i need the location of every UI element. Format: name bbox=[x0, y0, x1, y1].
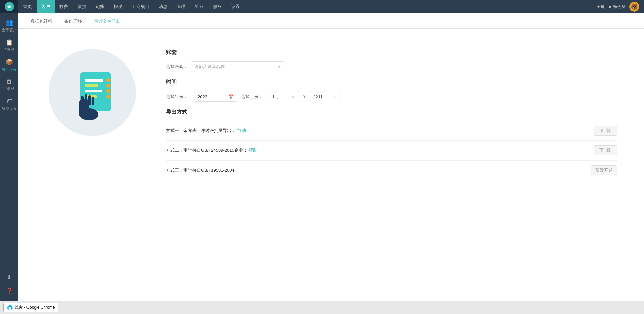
tab-audit-export[interactable]: 审计文件导出 bbox=[89, 15, 125, 28]
svg-point-7 bbox=[106, 78, 110, 82]
member-icon: ▶ bbox=[609, 4, 612, 9]
sidebar-item-all-customers[interactable]: 👥 全部客户 bbox=[0, 16, 18, 35]
chrome-icon: 🌐 bbox=[7, 305, 13, 310]
nav-manage[interactable]: 管理 bbox=[172, 0, 190, 13]
sidebar-item-label: 账套迁移 bbox=[2, 67, 17, 72]
illustration-area bbox=[45, 46, 139, 139]
svg-point-10 bbox=[106, 95, 110, 99]
account-select[interactable]: 请输入账套名称 ∨ bbox=[191, 61, 284, 72]
fullscreen-label: 全屏 bbox=[597, 4, 605, 10]
calendar-icon: 📅 bbox=[228, 94, 234, 99]
form-area: 账套 选择账套： 请输入账套名称 ∨ 时间 选择年份： 2023 📅 bbox=[166, 46, 617, 180]
sidebar-item-account-migration[interactable]: 📦 账套迁移 bbox=[0, 56, 18, 75]
illustration-circle bbox=[49, 49, 136, 136]
time-section-title: 时间 bbox=[166, 79, 617, 86]
sidebar: 👥 全部客户 📋 0申报 📦 账套迁移 🗑 回收站 🏷 标签设置 ⬇ ❓ bbox=[0, 13, 18, 301]
year-label: 选择年份： bbox=[166, 93, 188, 100]
year-value: 2023 bbox=[198, 94, 207, 99]
tabs-bar: 数据包迁移 备份迁移 审计文件导出 bbox=[18, 13, 644, 29]
sidebar-item-declaration[interactable]: 📋 0申报 bbox=[0, 36, 18, 55]
export-method-1: 方式一：余额表、序时账批量导出： 帮助 下 载 bbox=[166, 121, 617, 141]
svg-point-8 bbox=[106, 84, 110, 88]
method2-text: 方式二：审计接口GB/T24589-2010企业： 帮助 bbox=[166, 147, 257, 153]
sidebar-item-label: 全部客户 bbox=[2, 27, 17, 33]
avatar[interactable]: 🐻 bbox=[629, 2, 639, 12]
content-area: 数据包迁移 备份迁移 审计文件导出 bbox=[18, 13, 644, 301]
method2-download-button[interactable]: 下 载 bbox=[594, 145, 617, 155]
nav-operation[interactable]: 经营 bbox=[190, 0, 208, 13]
time-form-row: 选择年份： 2023 📅 选择月份： 1月 ∨ 至 12月 ∨ bbox=[166, 91, 617, 102]
nav-tax[interactable]: 报税 bbox=[109, 0, 127, 13]
nav-customer[interactable]: 客户 bbox=[37, 0, 55, 13]
chevron-down-icon: ∨ bbox=[333, 94, 336, 99]
method1-text: 方式一：余额表、序时账批量导出： 帮助 bbox=[166, 128, 246, 134]
nav-right: ⛶ 全屏 ▶ 畅会员 🐻 bbox=[591, 2, 644, 12]
help-icon: ❓ bbox=[6, 287, 13, 295]
nav-accounting[interactable]: 记账 bbox=[91, 0, 109, 13]
account-section-title: 账套 bbox=[166, 49, 617, 56]
year-input[interactable]: 2023 📅 bbox=[194, 92, 237, 102]
export-method-2: 方式二：审计接口GB/T24589-2010企业： 帮助 下 载 bbox=[166, 141, 617, 161]
svg-rect-5 bbox=[85, 90, 102, 92]
account-migration-icon: 📦 bbox=[6, 58, 13, 66]
month-start-select[interactable]: 1月 ∨ bbox=[269, 91, 299, 102]
sidebar-bottom: ⬇ ❓ bbox=[0, 271, 18, 301]
all-customers-icon: 👥 bbox=[6, 19, 13, 26]
svg-rect-16 bbox=[92, 97, 94, 105]
taskbar-chrome-label: 线索 - Google Chrome bbox=[15, 305, 55, 310]
page-content: 账套 选择账套： 请输入账套名称 ∨ 时间 选择年份： 2023 📅 bbox=[18, 29, 644, 301]
main-layout: 👥 全部客户 📋 0申报 📦 账套迁移 🗑 回收站 🏷 标签设置 ⬇ ❓ bbox=[0, 13, 644, 301]
svg-rect-4 bbox=[85, 84, 98, 87]
svg-point-1 bbox=[8, 6, 10, 8]
taskbar-chrome-item[interactable]: 🌐 线索 - Google Chrome bbox=[3, 303, 58, 312]
month-end-select[interactable]: 12月 ∨ bbox=[310, 91, 340, 102]
fullscreen-button[interactable]: ⛶ 全屏 bbox=[591, 4, 605, 10]
sidebar-item-label: 回收站 bbox=[4, 86, 15, 91]
to-text: 至 bbox=[302, 93, 307, 100]
fullscreen-icon: ⛶ bbox=[591, 4, 595, 9]
recycle-icon: 🗑 bbox=[6, 78, 12, 85]
svg-rect-13 bbox=[81, 96, 84, 106]
nav-business[interactable]: 工商项目 bbox=[127, 0, 154, 13]
sidebar-item-tag-settings[interactable]: 🏷 标签设置 bbox=[0, 95, 18, 114]
logo[interactable] bbox=[0, 0, 18, 13]
member-button[interactable]: ▶ 畅会员 bbox=[609, 4, 625, 10]
method3-text: 方式三：审计接口GB/T19581-2004 bbox=[166, 167, 234, 173]
sidebar-item-recycle[interactable]: 🗑 回收站 bbox=[0, 75, 18, 94]
svg-rect-14 bbox=[85, 94, 87, 105]
sidebar-item-label: 标签设置 bbox=[2, 106, 17, 111]
method2-help-link[interactable]: 帮助 bbox=[249, 148, 257, 153]
month-start-value: 1月 bbox=[272, 93, 279, 100]
nav-billing[interactable]: 收费 bbox=[55, 0, 73, 13]
nav-service[interactable]: 服务 bbox=[208, 0, 226, 13]
account-label: 选择账套： bbox=[166, 64, 188, 70]
export-method-3: 方式三：审计接口GB/T19581-2004 暂缓开通 bbox=[166, 161, 617, 180]
sidebar-item-label: 0申报 bbox=[4, 47, 14, 52]
nav-home[interactable]: 首页 bbox=[18, 0, 37, 13]
method3-coming-soon-button[interactable]: 暂缓开通 bbox=[591, 165, 617, 175]
chevron-down-icon: ∨ bbox=[278, 64, 281, 69]
sidebar-item-download[interactable]: ⬇ bbox=[0, 271, 18, 284]
svg-rect-15 bbox=[88, 95, 91, 105]
tab-backup-migration[interactable]: 备份迁移 bbox=[59, 15, 87, 28]
svg-point-9 bbox=[106, 89, 110, 93]
declaration-icon: 📋 bbox=[6, 39, 13, 46]
member-label: 畅会员 bbox=[613, 4, 625, 10]
taskbar: 🌐 线索 - Google Chrome bbox=[0, 301, 644, 314]
nav-items: 首页 客户 收费 票据 记账 报税 工商项目 消息 管理 经营 服务 设置 bbox=[18, 0, 591, 13]
tag-settings-icon: 🏷 bbox=[6, 98, 12, 105]
tab-data-migration[interactable]: 数据包迁移 bbox=[25, 15, 58, 28]
nav-invoice[interactable]: 票据 bbox=[73, 0, 91, 13]
sidebar-item-help[interactable]: ❓ bbox=[0, 285, 18, 297]
nav-message[interactable]: 消息 bbox=[154, 0, 172, 13]
svg-rect-3 bbox=[85, 79, 103, 82]
nav-settings[interactable]: 设置 bbox=[226, 0, 245, 13]
chevron-down-icon: ∨ bbox=[292, 94, 295, 99]
month-label: 选择月份： bbox=[241, 93, 263, 100]
method1-help-link[interactable]: 帮助 bbox=[237, 128, 246, 133]
top-nav: 首页 客户 收费 票据 记账 报税 工商项目 消息 管理 经营 服务 设置 ⛶ … bbox=[0, 0, 644, 13]
account-form-row: 选择账套： 请输入账套名称 ∨ bbox=[166, 61, 617, 72]
illustration-svg bbox=[62, 59, 122, 126]
export-section-title: 导出方式 bbox=[166, 109, 617, 116]
method1-download-button[interactable]: 下 载 bbox=[594, 126, 617, 136]
